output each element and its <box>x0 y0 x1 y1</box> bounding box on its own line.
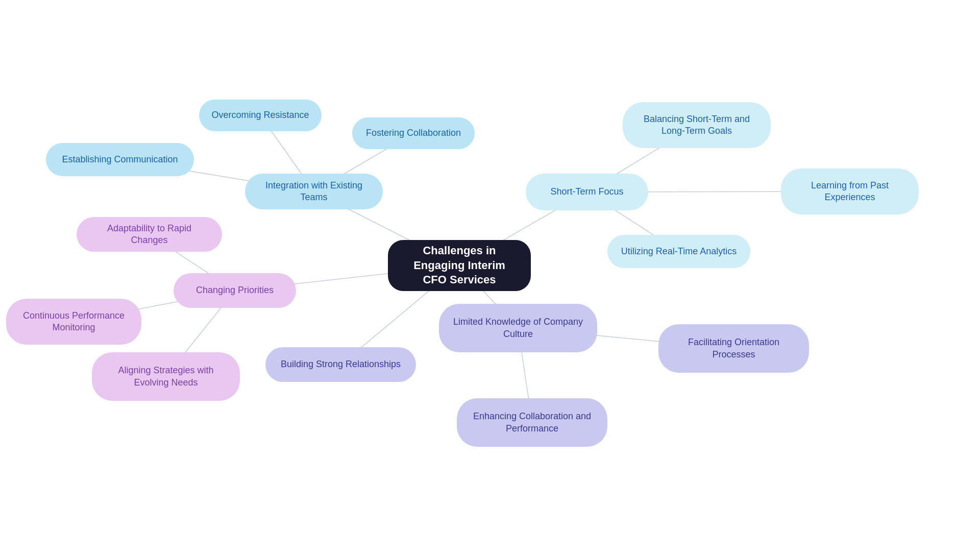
shortterm-label: Short-Term Focus <box>550 186 623 198</box>
overcoming-node: Overcoming Resistance <box>199 100 322 131</box>
integration-label: Integration with Existing Teams <box>257 180 371 204</box>
balancing-node: Balancing Short-Term and Long-Term Goals <box>623 102 771 148</box>
establishing-node: Establishing Communication <box>46 143 194 176</box>
adaptability-node: Adaptability to Rapid Changes <box>77 217 222 252</box>
changing-node: Changing Priorities <box>174 273 296 308</box>
changing-label: Changing Priorities <box>196 284 274 296</box>
continuous-label: Continuous Performance Monitoring <box>18 310 129 334</box>
center-label: Challenges in Engaging Interim CFO Servi… <box>400 244 519 287</box>
enhancing-label: Enhancing Collaboration and Performance <box>469 411 595 435</box>
mind-map: Challenges in Engaging Interim CFO Servi… <box>0 0 980 553</box>
center-node: Challenges in Engaging Interim CFO Servi… <box>388 240 531 291</box>
aligning-label: Aligning Strategies with Evolving Needs <box>104 365 228 389</box>
adaptability-label: Adaptability to Rapid Changes <box>89 223 210 247</box>
limited-node: Limited Knowledge of Company Culture <box>439 304 597 352</box>
balancing-label: Balancing Short-Term and Long-Term Goals <box>635 113 758 137</box>
shortterm-node: Short-Term Focus <box>526 174 648 210</box>
building-node: Building Strong Relationships <box>265 347 416 382</box>
enhancing-node: Enhancing Collaboration and Performance <box>457 398 607 447</box>
fostering-node: Fostering Collaboration <box>352 117 475 149</box>
learning-label: Learning from Past Experiences <box>793 180 906 204</box>
utilizing-node: Utilizing Real-Time Analytics <box>607 235 750 268</box>
overcoming-label: Overcoming Resistance <box>211 109 309 121</box>
continuous-node: Continuous Performance Monitoring <box>6 299 141 345</box>
building-label: Building Strong Relationships <box>281 358 401 370</box>
facilitating-node: Facilitating Orientation Processes <box>658 324 809 373</box>
aligning-node: Aligning Strategies with Evolving Needs <box>92 352 240 401</box>
establishing-label: Establishing Communication <box>62 154 178 165</box>
facilitating-label: Facilitating Orientation Processes <box>671 336 797 360</box>
limited-label: Limited Knowledge of Company Culture <box>451 316 585 340</box>
utilizing-label: Utilizing Real-Time Analytics <box>621 246 737 257</box>
learning-node: Learning from Past Experiences <box>781 169 919 214</box>
integration-node: Integration with Existing Teams <box>245 174 383 209</box>
fostering-label: Fostering Collaboration <box>366 127 461 139</box>
